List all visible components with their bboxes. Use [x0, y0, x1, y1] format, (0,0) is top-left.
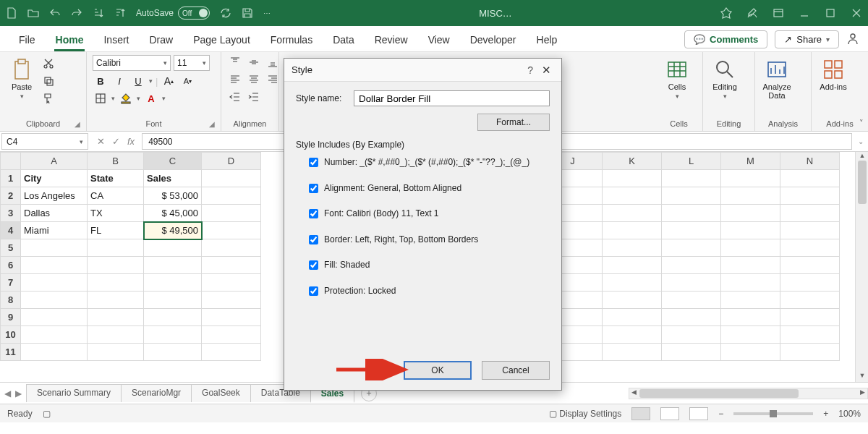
cell[interactable] — [721, 274, 780, 292]
align-bottom-icon[interactable] — [265, 55, 281, 69]
underline-button[interactable]: U — [130, 74, 146, 88]
cancel-formula-icon[interactable]: ✕ — [97, 136, 105, 147]
open-file-icon[interactable] — [27, 7, 39, 19]
display-settings-button[interactable]: ▢ Display Settings — [549, 409, 621, 419]
border-icon[interactable] — [93, 91, 109, 106]
cancel-button[interactable]: Cancel — [482, 361, 550, 380]
close-window-icon[interactable] — [851, 7, 862, 19]
cell[interactable] — [144, 292, 202, 309]
cell[interactable] — [662, 222, 721, 239]
row-header[interactable]: 1 — [1, 170, 21, 187]
row-header[interactable]: 3 — [1, 205, 21, 222]
cell[interactable] — [662, 344, 721, 361]
sync-icon[interactable] — [220, 7, 231, 19]
overflow-icon[interactable]: ⋯ — [263, 9, 271, 17]
cell[interactable] — [21, 326, 88, 344]
row-header[interactable]: 11 — [1, 344, 21, 361]
row-header[interactable]: 6 — [1, 257, 21, 274]
cell[interactable] — [780, 309, 840, 326]
cell[interactable] — [780, 187, 840, 205]
collapse-ribbon-icon[interactable]: ˅ — [859, 119, 864, 128]
cell[interactable]: $ 53,000 — [144, 187, 202, 205]
dialog-launcher-icon[interactable]: ◢ — [209, 120, 215, 128]
style-include-checkbox[interactable] — [309, 158, 318, 167]
col-header[interactable]: A — [21, 153, 88, 170]
tab-page-layout[interactable]: Page Layout — [183, 28, 260, 51]
fx-icon[interactable]: fx — [127, 136, 135, 147]
cell[interactable] — [662, 170, 721, 187]
italic-button[interactable]: I — [111, 74, 127, 88]
align-right-icon[interactable] — [265, 72, 281, 87]
cell[interactable] — [202, 344, 261, 361]
select-all-corner[interactable] — [1, 153, 21, 170]
cell[interactable]: $ 45,000 — [144, 205, 202, 222]
close-icon[interactable]: ✕ — [539, 64, 554, 77]
cell[interactable] — [662, 326, 721, 344]
cell[interactable] — [603, 239, 662, 257]
row-header[interactable]: 2 — [1, 187, 21, 205]
cell[interactable] — [202, 205, 261, 222]
font-name-combo[interactable]: Calibri▾ — [93, 55, 171, 71]
cut-icon[interactable] — [41, 56, 56, 71]
cell[interactable] — [603, 257, 662, 274]
align-middle-icon[interactable] — [246, 55, 262, 69]
redo-icon[interactable] — [71, 7, 82, 19]
cell[interactable]: Sales — [144, 170, 202, 187]
cell[interactable] — [144, 344, 202, 361]
cell[interactable] — [21, 309, 88, 326]
vertical-scrollbar[interactable]: ▲▼ — [855, 152, 868, 382]
cell[interactable] — [721, 344, 780, 361]
horizontal-scrollbar[interactable]: ◀▶ — [629, 388, 868, 399]
cell[interactable] — [721, 292, 780, 309]
cell[interactable] — [603, 187, 662, 205]
ribbon-mode-icon[interactable] — [773, 7, 784, 19]
sheet-tab[interactable]: GoalSeek — [191, 384, 251, 402]
dialog-launcher-icon[interactable]: ◢ — [75, 120, 80, 128]
cell[interactable] — [662, 309, 721, 326]
cell[interactable] — [21, 274, 88, 292]
cell[interactable] — [202, 309, 261, 326]
tab-developer[interactable]: Developer — [460, 28, 527, 51]
style-include-checkbox[interactable] — [309, 286, 318, 296]
cell[interactable] — [662, 205, 721, 222]
cell[interactable] — [780, 274, 840, 292]
cell[interactable] — [21, 292, 88, 309]
sheet-tab[interactable]: Scenario Summary — [26, 384, 122, 402]
align-center-icon[interactable] — [246, 72, 262, 87]
cell[interactable] — [662, 257, 721, 274]
cell[interactable] — [662, 187, 721, 205]
maximize-icon[interactable] — [825, 7, 836, 19]
col-header[interactable]: M — [721, 153, 780, 170]
cell[interactable] — [21, 239, 88, 257]
help-icon[interactable]: ? — [522, 64, 539, 76]
editing-button[interactable]: Editing ▾ — [709, 55, 741, 100]
col-header[interactable]: C — [144, 153, 202, 170]
col-header[interactable]: B — [88, 153, 144, 170]
tab-next-icon[interactable]: ▶ — [15, 388, 22, 399]
cell[interactable] — [662, 239, 721, 257]
cell[interactable]: Miami — [21, 222, 88, 239]
align-left-icon[interactable] — [227, 72, 243, 87]
style-include-checkbox[interactable] — [309, 260, 318, 270]
format-painter-icon[interactable] — [41, 91, 56, 106]
tab-file[interactable]: File — [9, 28, 46, 51]
font-size-combo[interactable]: 11▾ — [174, 55, 210, 71]
enter-formula-icon[interactable]: ✓ — [112, 136, 120, 147]
cell[interactable] — [780, 257, 840, 274]
cells-button[interactable]: Cells ▾ — [661, 55, 693, 100]
tab-insert[interactable]: Insert — [93, 28, 139, 51]
cell[interactable] — [202, 239, 261, 257]
cell[interactable] — [603, 292, 662, 309]
cell[interactable] — [21, 257, 88, 274]
bold-button[interactable]: B — [93, 74, 109, 88]
macro-record-icon[interactable]: ▢ — [43, 409, 51, 419]
sort-desc-icon[interactable] — [114, 7, 126, 19]
cell[interactable] — [202, 170, 261, 187]
style-include-checkbox[interactable] — [309, 184, 318, 193]
copy-icon[interactable] — [41, 74, 56, 88]
format-button[interactable]: Format... — [477, 114, 550, 131]
save-icon[interactable] — [242, 7, 253, 19]
expand-formula-bar-icon[interactable]: ⌄ — [854, 132, 868, 151]
share-button[interactable]: ↗Share▾ — [775, 30, 839, 48]
cell[interactable] — [88, 292, 144, 309]
